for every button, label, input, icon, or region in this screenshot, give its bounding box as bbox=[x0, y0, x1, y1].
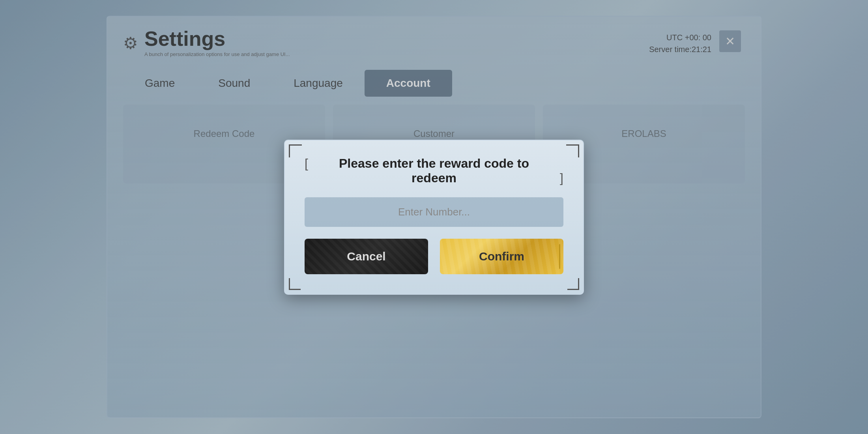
confirm-button[interactable]: Confirm bbox=[440, 239, 563, 274]
cancel-button[interactable]: Cancel bbox=[305, 239, 428, 274]
modal-overlay: Please enter the reward code to redeem C… bbox=[0, 0, 868, 434]
confirm-label: Confirm bbox=[479, 250, 524, 263]
corner-bracket-bottom-right bbox=[567, 278, 579, 290]
reward-code-input[interactable] bbox=[305, 197, 563, 227]
modal-title: Please enter the reward code to redeem bbox=[305, 156, 563, 185]
corner-bracket-bottom-left bbox=[289, 278, 301, 290]
modal-buttons: Cancel Confirm bbox=[305, 239, 563, 274]
redeem-code-dialog: Please enter the reward code to redeem C… bbox=[284, 140, 584, 295]
cancel-label: Cancel bbox=[347, 250, 385, 263]
